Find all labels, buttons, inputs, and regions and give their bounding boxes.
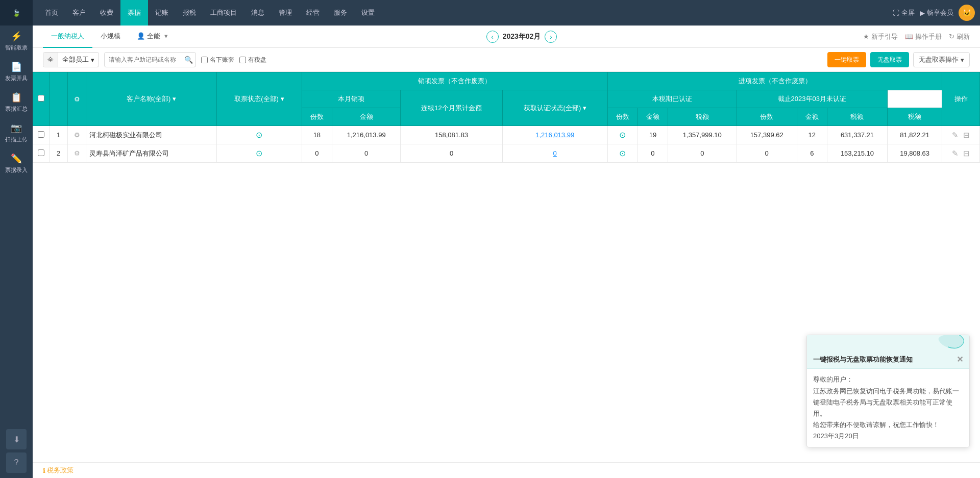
fullscreen-icon: ⛶ — [893, 9, 899, 17]
edit-icon[interactable]: ✎ — [952, 149, 959, 158]
sidebar-item-label: 票据汇总 — [5, 105, 28, 113]
row-settings[interactable]: ⚙ — [68, 126, 86, 144]
fetch-status-check-icon: ⊙ — [256, 149, 262, 158]
row-fetch-status: ⊙ — [216, 144, 302, 163]
row-customer-name: 灵寿县尚泽矿产品有限公司 — [86, 144, 217, 163]
th-12month-total: 连续12个月累计金额 — [401, 90, 502, 126]
tab-small-label: 小规模 — [101, 32, 120, 41]
row-checkbox[interactable] — [33, 144, 50, 163]
sub-account-checkbox[interactable] — [201, 57, 208, 63]
th-purchase-tax: 税额 — [668, 108, 737, 126]
notice-date: 2023年3月20日 — [813, 431, 963, 442]
sidebar-item-scan-upload[interactable]: 📷 扫描上传 — [0, 117, 33, 148]
sidebar-item-invoice-entry[interactable]: ✏️ 票据录入 — [0, 148, 33, 179]
topnav-home[interactable]: 首页 — [38, 0, 65, 26]
member-btn[interactable]: ▶ 畅享会员 — [920, 8, 953, 17]
toolbar-right: 一键取票 无盘取票 无盘取票操作 ▾ — [827, 52, 970, 67]
topnav-bookkeeping[interactable]: 记账 — [148, 0, 176, 26]
employee-filter[interactable]: 全 全部员工 ▾ — [43, 52, 99, 67]
edit-icon[interactable]: ✎ — [952, 131, 959, 139]
th-customer-name: 客户名称(全部) ▾ — [86, 72, 217, 126]
chevron-down-icon: ▾ — [91, 56, 94, 64]
tab-small[interactable]: 小规模 — [92, 26, 129, 48]
row-uncert-count: 6 — [797, 144, 827, 163]
lightning-icon: ⚡ — [11, 31, 22, 42]
avatar[interactable]: 🐱 — [959, 5, 975, 21]
topnav-billing[interactable]: 收费 — [93, 0, 120, 26]
topnav-tax[interactable]: 报税 — [176, 0, 203, 26]
th-sales-amount: 金额 — [332, 108, 401, 126]
sidebar-item-smart-fetch[interactable]: ⚡ 智能取票 — [0, 26, 33, 56]
has-tax-filter[interactable]: 有税盘 — [239, 56, 266, 64]
settings-icon[interactable]: ⚙ — [74, 149, 80, 157]
row-settings[interactable]: ⚙ — [68, 144, 86, 163]
row-uncert-tax: 81,822.21 — [888, 126, 942, 144]
more-icon[interactable]: ⊟ — [963, 149, 970, 158]
clipboard-icon: 📋 — [11, 92, 22, 103]
row-certified-amount: 1,357,999.10 — [668, 126, 737, 144]
no-disk-fetch-btn[interactable]: 无盘取票 — [870, 52, 909, 67]
row-sales-amount: 1,216,013.99 — [332, 126, 401, 144]
sub-account-filter[interactable]: 名下账套 — [201, 56, 234, 64]
row-checkbox[interactable] — [33, 126, 50, 144]
notice-close-btn[interactable]: ✕ — [957, 355, 963, 364]
notice-popup: 一键报税与无盘取票功能恢复通知 ✕ 尊敬的用户： 江苏政务网已恢复访问电子税务局… — [806, 335, 970, 447]
tab-general[interactable]: 一般纳税人 — [43, 26, 92, 48]
sidebar-item-invoice-summary[interactable]: 📋 票据汇总 — [0, 87, 33, 117]
sidebar-help-btn[interactable]: ? — [6, 452, 27, 473]
manual-btn[interactable]: 📖 操作手册 — [905, 32, 942, 41]
has-tax-checkbox[interactable] — [239, 57, 246, 63]
th-uncert-tax: 税额 — [827, 108, 887, 126]
search-icon[interactable]: 🔍 — [184, 56, 193, 64]
prev-month-btn[interactable]: ‹ — [486, 31, 499, 43]
th-checkbox — [33, 72, 50, 126]
tabbar: 一般纳税人 小规模 👤 全能 ▾ ‹ 2023年02月 › ★ 新手引导 — [33, 26, 980, 48]
more-icon[interactable]: ⊟ — [963, 131, 970, 139]
row-fetch-status: ⊙ — [216, 126, 302, 144]
purchase-fetch-icon: ⊙ — [619, 131, 626, 139]
sidebar-download-btn[interactable]: ⬇ — [6, 429, 27, 449]
topnav-business[interactable]: 工商项目 — [203, 0, 244, 26]
one-click-fetch-btn[interactable]: 一键取票 — [827, 52, 866, 67]
row-certified-count: 19 — [638, 126, 668, 144]
sidebar-item-label: 扫描上传 — [5, 136, 28, 143]
cumulative-link[interactable]: 0 — [553, 149, 557, 157]
play-icon: ▶ — [920, 9, 925, 17]
new-guide-btn[interactable]: ★ 新手引导 — [863, 32, 898, 41]
sidebar-item-issue-invoice[interactable]: 📄 发票开具 — [0, 56, 33, 87]
no-disk-ops-btn[interactable]: 无盘取票操作 ▾ — [913, 52, 970, 67]
th-uncertified: 截止2023年03月未认证 — [737, 90, 887, 108]
fullscreen-btn[interactable]: ⛶ 全屏 — [893, 8, 915, 17]
select-all-checkbox[interactable] — [38, 95, 44, 102]
search-input[interactable] — [104, 52, 196, 67]
row-customer-name: 河北柯磁极实业有限公司 — [86, 126, 217, 144]
th-actions: 操作 — [942, 72, 980, 126]
topnav-operation[interactable]: 经营 — [299, 0, 327, 26]
refresh-btn[interactable]: ↻ 刷新 — [949, 32, 970, 41]
settings-icon[interactable]: ⚙ — [74, 131, 80, 139]
topnav-invoice[interactable]: 票据 — [120, 0, 148, 26]
topnav-service[interactable]: 服务 — [327, 0, 354, 26]
employee-filter-value[interactable]: 全部员工 ▾ — [58, 55, 99, 64]
filter-icon[interactable]: ▾ — [281, 95, 284, 103]
filter-icon[interactable]: ▾ — [173, 95, 176, 103]
row-select-checkbox[interactable] — [38, 131, 44, 138]
filter-icon[interactable]: ▾ — [583, 104, 586, 112]
cumulative-link[interactable]: 1,216,013.99 — [535, 131, 574, 139]
tab-general-label: 一般纳税人 — [51, 32, 84, 41]
row-select-checkbox[interactable] — [38, 149, 44, 156]
row-cumulative: 1,216,013.99 — [502, 126, 607, 144]
topnav-customer[interactable]: 客户 — [65, 0, 93, 26]
sidebar-item-label: 票据录入 — [5, 166, 28, 174]
tab-all[interactable]: 👤 全能 ▾ — [129, 26, 180, 48]
row-actions: ✎ ⊟ — [942, 126, 980, 144]
next-month-btn[interactable]: › — [545, 31, 557, 43]
topnav-settings[interactable]: 设置 — [354, 0, 382, 26]
topnav-management[interactable]: 管理 — [272, 0, 299, 26]
tax-policy-link[interactable]: 税务政策 — [47, 466, 74, 475]
th-sales-tax-empty: 获取认证状态(全部) ▾ — [502, 90, 607, 126]
th-sales-count: 份数 — [302, 108, 332, 126]
row-sales-amount: 0 — [332, 144, 401, 163]
chevron-down-icon[interactable]: ▾ — [160, 32, 172, 40]
topnav-message[interactable]: 消息 — [244, 0, 272, 26]
